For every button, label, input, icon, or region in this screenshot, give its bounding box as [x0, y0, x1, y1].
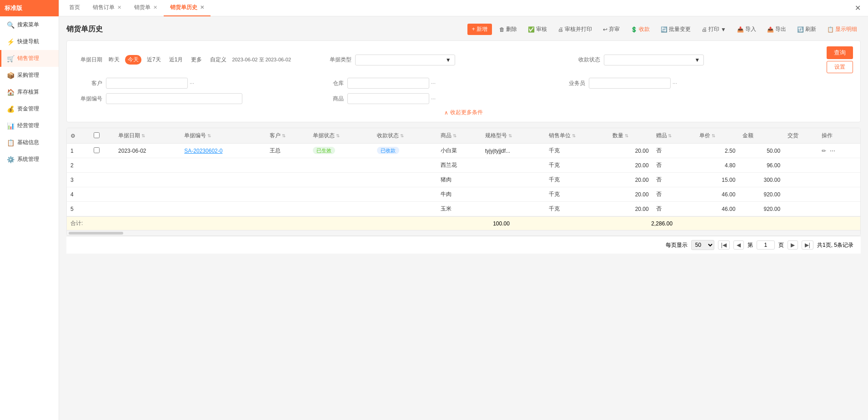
sidebar-logo: 标准版 — [0, 0, 59, 16]
select-all-checkbox[interactable] — [94, 132, 100, 138]
date-7days[interactable]: 近7天 — [144, 55, 164, 65]
sidebar-item-label: 搜索菜单 — [17, 21, 39, 29]
collect-status-select[interactable]: ▼ — [604, 55, 704, 65]
sidebar-item-finance[interactable]: 💰 资金管理 — [0, 100, 59, 117]
date-today[interactable]: 今天 — [125, 55, 141, 65]
abandon-button[interactable]: ↩ 弃审 — [599, 24, 623, 35]
show-detail-button[interactable]: 📋 显示明细 — [823, 24, 861, 35]
cell-date — [115, 187, 181, 202]
cell-spec — [482, 158, 545, 173]
goods-dots[interactable]: ··· — [431, 95, 436, 102]
col-doc-status[interactable]: 单据状态 — [309, 128, 373, 144]
cell-date — [115, 173, 181, 187]
table-container: ⚙ 单据日期 单据编号 客户 单据状态 收款状态 商品 规格型号 销售单位 数量… — [66, 128, 861, 236]
customer-dots[interactable]: ··· — [190, 80, 194, 86]
warehouse-input[interactable] — [347, 78, 429, 89]
warehouse-label: 仓库 — [316, 80, 347, 87]
col-price[interactable]: 单价 — [696, 128, 739, 144]
col-spec[interactable]: 规格型号 — [482, 128, 545, 144]
sidebar-item-shortcut[interactable]: ⚡ 快捷导航 — [0, 33, 59, 50]
cell-delivery — [784, 144, 818, 158]
cell-amount: 96.00 — [739, 158, 784, 173]
date-custom[interactable]: 自定义 — [207, 55, 229, 65]
salesman-dots[interactable]: ··· — [672, 80, 677, 86]
date-1month[interactable]: 近1月 — [166, 55, 186, 65]
cell-action[interactable]: ✏ ⋯ — [818, 144, 860, 158]
tab-sales-history[interactable]: 销货单历史 ✕ — [164, 0, 211, 16]
doc-no-link[interactable]: SA-20230602-0 — [184, 148, 222, 154]
page-number-input[interactable] — [757, 240, 775, 250]
tab-sales-order[interactable]: 销售订单 ✕ — [86, 0, 128, 16]
horizontal-scrollbar[interactable] — [67, 230, 860, 235]
audit-button[interactable]: ✅ 审核 — [524, 24, 551, 35]
col-collect-status[interactable]: 收款状态 — [373, 128, 437, 144]
query-button[interactable]: 查询 — [827, 46, 853, 59]
sidebar-item-inventory[interactable]: 🏠 库存核算 — [0, 84, 59, 100]
close-all-button[interactable]: ✕ — [851, 4, 864, 12]
more-icon[interactable]: ⋯ — [830, 148, 835, 154]
row-checkbox[interactable] — [94, 147, 100, 153]
finance-icon: 💰 — [7, 105, 15, 113]
cell-seq: 1 — [67, 144, 90, 158]
cell-action — [818, 187, 860, 202]
last-page-button[interactable]: ▶| — [802, 240, 813, 250]
warehouse-dots[interactable]: ··· — [431, 80, 436, 86]
doc-status-badge: 已生效 — [313, 147, 335, 154]
batch-change-button[interactable]: 🔄 批量变更 — [657, 24, 694, 35]
tab-sales-goods[interactable]: 销货单 ✕ — [128, 0, 164, 16]
col-customer[interactable]: 客户 — [266, 128, 309, 144]
goods-input[interactable] — [347, 93, 429, 104]
cell-checkbox[interactable] — [90, 144, 115, 158]
footer-total-qty: 100.00 — [468, 220, 513, 227]
page-size-select[interactable]: 50 100 200 — [691, 240, 714, 250]
tab-home[interactable]: 首页 — [63, 0, 86, 16]
print-button[interactable]: 🖨 打印 ▼ — [698, 24, 730, 35]
col-settings[interactable]: ⚙ — [67, 128, 90, 144]
col-date[interactable]: 单据日期 — [115, 128, 181, 144]
collect-button[interactable]: 💲 收款 — [627, 24, 653, 35]
col-no[interactable]: 单据编号 — [181, 128, 266, 144]
audit-print-button[interactable]: 🖨 审核并打印 — [554, 24, 596, 35]
export-button[interactable]: 📤 导出 — [763, 24, 790, 35]
sidebar-item-operation[interactable]: 📊 经营管理 — [0, 117, 59, 134]
tab-sales-order-close[interactable]: ✕ — [117, 5, 121, 10]
col-delivery: 交货 — [784, 128, 818, 144]
first-page-button[interactable]: |◀ — [718, 240, 730, 250]
date-yesterday[interactable]: 昨天 — [106, 55, 122, 65]
col-gift[interactable]: 赠品 — [652, 128, 696, 144]
doc-no-input[interactable] — [106, 93, 242, 104]
date-more[interactable]: 更多 — [188, 55, 205, 65]
new-button[interactable]: + 新增 — [467, 24, 492, 35]
tab-sales-history-close[interactable]: ✕ — [200, 5, 204, 10]
col-checkbox[interactable] — [90, 128, 115, 144]
table-row: 2西兰花千克20.00否4.8096.00 — [67, 158, 860, 173]
page-size-label: 每页显示 — [666, 241, 687, 249]
doc-type-select[interactable]: ▼ — [355, 55, 455, 65]
cell-unit: 千克 — [545, 158, 609, 173]
sidebar-item-system[interactable]: ⚙️ 系统管理 — [0, 151, 59, 168]
sidebar-item-purchase[interactable]: 📦 采购管理 — [0, 67, 59, 84]
col-unit[interactable]: 销售单位 — [545, 128, 609, 144]
prev-page-button[interactable]: ◀ — [733, 240, 744, 250]
col-goods[interactable]: 商品 — [437, 128, 482, 144]
refresh-button[interactable]: 🔃 刷新 — [793, 24, 820, 35]
settings-button[interactable]: 设置 — [827, 61, 853, 73]
cell-no[interactable]: SA-20230602-0 — [181, 144, 266, 158]
edit-icon[interactable]: ✏ — [822, 148, 826, 154]
col-qty[interactable]: 数量 — [609, 128, 652, 144]
sidebar-item-sales[interactable]: 🛒 销售管理 — [0, 50, 59, 67]
sidebar-item-search[interactable]: 🔍 搜索菜单 — [0, 16, 59, 33]
cell-goods: 猪肉 — [437, 173, 482, 187]
cell-no — [181, 158, 266, 173]
import-button[interactable]: 📥 导入 — [733, 24, 760, 35]
next-page-button[interactable]: ▶ — [788, 240, 798, 250]
salesman-input[interactable] — [589, 78, 671, 89]
delete-button[interactable]: 🗑 删除 — [496, 24, 521, 35]
operation-icon: 📊 — [7, 122, 15, 130]
customer-input[interactable] — [106, 78, 188, 89]
sidebar-item-basic[interactable]: 📋 基础信息 — [0, 134, 59, 151]
cell-action — [818, 158, 860, 173]
data-table: ⚙ 单据日期 单据编号 客户 单据状态 收款状态 商品 规格型号 销售单位 数量… — [67, 128, 860, 216]
collapse-button[interactable]: ∧ 收起更多条件 — [74, 109, 853, 116]
tab-sales-goods-close[interactable]: ✕ — [153, 5, 157, 10]
